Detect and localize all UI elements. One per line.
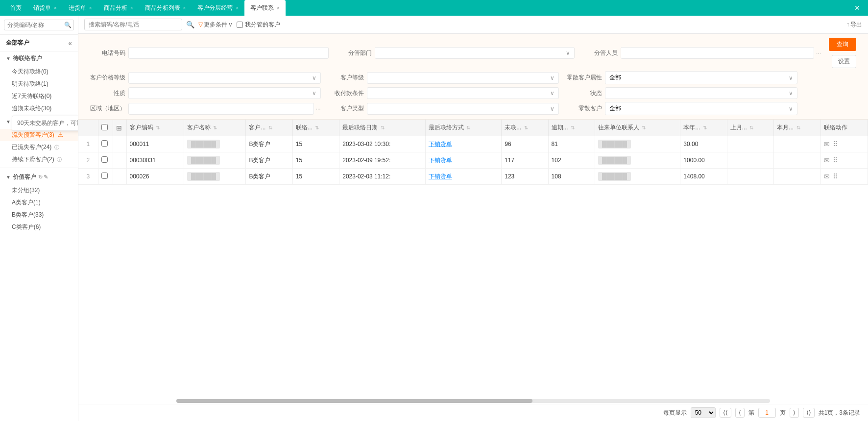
nav-tab-analysis-list[interactable]: 商品分析列表 × — [139, 0, 192, 16]
close-icon[interactable]: × — [89, 5, 92, 11]
data-table-wrapper: ⊞ 客户编码 ⇅ 客户名称 ⇅ 客户... ⇅ — [78, 120, 868, 398]
close-icon[interactable]: × — [183, 5, 186, 11]
scattered-attr-label: 零散客户属性 — [567, 74, 602, 82]
col-past-contact[interactable]: 往来单位联系人 ⇅ — [595, 120, 680, 136]
sidebar-item-b-class[interactable]: B类客户(33) — [0, 209, 78, 221]
customer-type-select[interactable]: ∨ — [367, 103, 559, 115]
col-this-year[interactable]: 本年... ⇅ — [680, 120, 727, 136]
scattered-label: 零散客户 — [567, 104, 602, 113]
col-settings[interactable]: ⊞ — [113, 120, 126, 136]
chevron-down-icon: ∨ — [312, 74, 316, 81]
more-icon2[interactable]: ··· — [316, 105, 321, 112]
sidebar-item-ungrouped[interactable]: 未分组(32) — [0, 184, 78, 197]
more-action-icon[interactable]: ⠿ — [833, 156, 838, 164]
collapse-sidebar-button[interactable]: « — [68, 39, 72, 47]
nav-tab-analysis[interactable]: 商品分析 × — [98, 0, 139, 16]
col-last-contact-date[interactable]: 最后联络日期 ⇅ — [339, 120, 426, 136]
scrollbar-thumb[interactable] — [176, 399, 532, 403]
col-code[interactable]: 客户编码 ⇅ — [126, 120, 184, 136]
col-contact[interactable]: 联络... ⇅ — [292, 120, 339, 136]
row-uncontacted: 123 — [502, 169, 548, 185]
first-page-button[interactable]: ⟨⟨ — [720, 408, 731, 418]
settings-button[interactable]: 设置 — [832, 55, 856, 68]
more-icon[interactable]: ··· — [816, 50, 821, 56]
status-select[interactable]: ∨ — [605, 87, 797, 99]
sidebar-group-pending[interactable]: ▼ 待联络客户 — [0, 51, 78, 66]
payment-select[interactable]: ∨ — [367, 87, 559, 99]
customer-level-select[interactable]: ∨ — [367, 72, 559, 84]
category-search-input[interactable] — [4, 20, 74, 30]
last-page-button[interactable]: ⟩⟩ — [803, 408, 815, 418]
col-name[interactable]: 客户名称 ⇅ — [184, 120, 245, 136]
col-last-contact-way[interactable]: 最后联络方式 ⇅ — [425, 120, 501, 136]
search-button[interactable]: 🔍 — [186, 21, 194, 28]
sidebar-all-customers[interactable]: 全部客户 « — [0, 35, 78, 51]
warning-icon: ⚠ — [58, 131, 63, 138]
close-icon[interactable]: × — [277, 5, 280, 11]
sidebar-group-value[interactable]: ▼ 价值客户 ↻ ✎ — [0, 170, 78, 184]
next-page-button[interactable]: ⟩ — [790, 408, 799, 418]
query-button[interactable]: 查询 — [829, 38, 856, 51]
nav-tab-sales[interactable]: 销货单 × — [27, 0, 63, 16]
search-input[interactable] — [84, 19, 182, 30]
refresh-icon[interactable]: ↻ — [38, 174, 43, 180]
more-conditions-button[interactable]: ▽ 更多条件 ∨ — [198, 21, 233, 29]
sidebar-item-a-class[interactable]: A类客户(1) — [0, 197, 78, 209]
close-icon[interactable]: × — [236, 5, 239, 11]
sidebar-item-overdue-uncontacted[interactable]: 逾期未联络(30) — [0, 102, 78, 115]
sidebar-item-7day-pending[interactable]: 近7天待联络(0) — [0, 90, 78, 102]
region-input[interactable] — [128, 103, 314, 115]
my-customers-checkbox-label[interactable]: 我分管的客户 — [237, 21, 280, 29]
nature-select[interactable]: ∨ — [128, 87, 321, 99]
col-type[interactable]: 客户... ⇅ — [246, 120, 292, 136]
row-settings-cell — [113, 152, 126, 169]
sidebar-item-today-pending[interactable]: 今天待联络(0) — [0, 66, 78, 78]
sort-icon: ⇅ — [571, 125, 575, 130]
sidebar-item-churned[interactable]: 已流失客户(24) ⓘ — [0, 141, 78, 153]
nav-tab-customer-tier[interactable]: 客户分层经营 × — [192, 0, 244, 16]
row-overdue: 81 — [548, 136, 595, 152]
export-button[interactable]: ↑ 导出 — [846, 21, 862, 29]
contact-way-link[interactable]: 下销货单 — [429, 157, 452, 164]
col-overdue[interactable]: 逾期... ⇅ — [548, 120, 595, 136]
sort-icon: ⇅ — [315, 125, 319, 130]
col-last-month[interactable]: 上月... ⇅ — [727, 120, 773, 136]
nav-tab-home[interactable]: 首页 — [4, 0, 27, 16]
my-customers-checkbox[interactable] — [237, 22, 243, 28]
nav-tab-customer-contact[interactable]: 客户联系 × — [244, 0, 286, 16]
page-number-input[interactable]: 1 — [758, 408, 776, 418]
prev-page-button[interactable]: ⟨ — [735, 408, 745, 418]
sidebar-item-c-class[interactable]: C类客户(6) — [0, 221, 78, 233]
per-page-select[interactable]: 50 20 100 — [691, 407, 716, 418]
close-icon[interactable]: × — [54, 5, 57, 11]
sidebar-item-declining[interactable]: 持续下滑客户(2) ⓘ — [0, 153, 78, 166]
row-checkbox[interactable] — [101, 173, 108, 179]
contact-way-link[interactable]: 下销货单 — [429, 173, 452, 180]
sidebar-item-tomorrow-pending[interactable]: 明天待联络(1) — [0, 78, 78, 90]
more-action-icon[interactable]: ⠿ — [833, 140, 838, 148]
scrollbar-track[interactable] — [176, 399, 770, 403]
contact-way-link[interactable]: 下销货单 — [429, 141, 452, 148]
column-settings-icon[interactable]: ⊞ — [116, 124, 122, 132]
col-uncontacted[interactable]: 未联... ⇅ — [502, 120, 548, 136]
scattered-select[interactable]: 全部 ∨ — [605, 102, 797, 115]
row-checkbox[interactable] — [101, 156, 108, 163]
dept-select[interactable]: ∨ — [375, 47, 575, 59]
message-icon[interactable]: ✉ — [824, 140, 830, 148]
manager-input[interactable] — [621, 47, 814, 59]
close-all-tabs-button[interactable]: ✕ — [850, 2, 864, 14]
edit-icon[interactable]: ✎ — [44, 174, 48, 180]
scattered-attr-select[interactable]: 全部 ∨ — [605, 71, 797, 84]
col-this-month[interactable]: 本月... ⇅ — [774, 120, 820, 136]
select-all-checkbox[interactable] — [101, 124, 108, 130]
nav-tab-purchase[interactable]: 进货单 × — [63, 0, 98, 16]
close-icon[interactable]: × — [130, 5, 133, 11]
filter-cell-payment: 收付款条件 ∨ — [325, 87, 563, 99]
message-icon[interactable]: ✉ — [824, 173, 830, 180]
more-action-icon[interactable]: ⠿ — [833, 173, 838, 180]
price-level-select[interactable]: ∨ — [128, 72, 321, 84]
row-checkbox[interactable] — [101, 140, 108, 147]
phone-input[interactable] — [128, 47, 329, 59]
horizontal-scrollbar[interactable] — [78, 398, 868, 404]
message-icon[interactable]: ✉ — [824, 156, 830, 164]
